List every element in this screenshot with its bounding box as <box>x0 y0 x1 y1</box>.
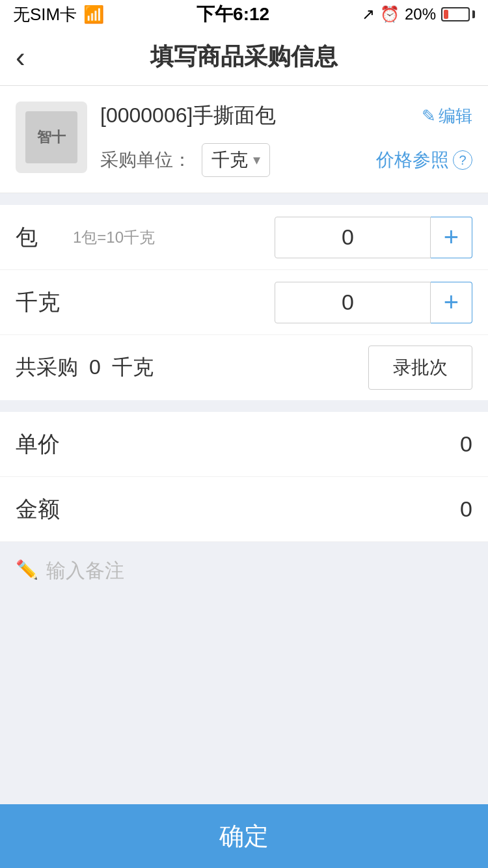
product-image: 智十 <box>16 102 87 173</box>
confirm-label: 确定 <box>219 820 269 853</box>
product-name: [0000006]手撕面包 <box>100 102 276 130</box>
product-logo: 智十 <box>25 111 77 163</box>
section-divider-1 <box>0 193 488 205</box>
product-card: 智十 [0000006]手撕面包 ✎ 编辑 采购单位： 千克 ▾ 价格参照 ? <box>0 86 488 193</box>
input-section: 包 1包=10千克 + 千克 + 共采购 0 千克 录批次 <box>0 205 488 400</box>
unit-dropdown[interactable]: 千克 ▾ <box>202 143 270 177</box>
kg-input-right: + <box>275 282 472 323</box>
notes-area[interactable]: ✏️ 输入备注 <box>0 542 488 614</box>
bag-label: 包 <box>16 223 68 252</box>
logo-text: 智十 <box>37 128 66 147</box>
bag-quantity-input[interactable] <box>275 217 431 258</box>
unit-value: 千克 <box>211 148 248 172</box>
pencil-icon: ✏️ <box>16 559 38 580</box>
summary-row: 共采购 0 千克 录批次 <box>0 335 488 400</box>
price-ref-button[interactable]: 价格参照 ? <box>376 148 472 172</box>
info-icon: ? <box>453 150 472 170</box>
amount-value: 0 <box>460 496 472 522</box>
page-title: 填写商品采购信息 <box>150 41 338 73</box>
dropdown-arrow-icon: ▾ <box>253 152 260 169</box>
notes-placeholder: 输入备注 <box>46 558 124 584</box>
product-title-row: [0000006]手撕面包 ✎ 编辑 <box>100 102 472 130</box>
battery-icon <box>441 7 475 21</box>
location-icon: ↗ <box>362 5 375 23</box>
summary-text: 共采购 0 千克 <box>16 353 154 382</box>
summary-amount: 0 <box>89 355 101 379</box>
wifi-icon: 📶 <box>83 5 104 25</box>
battery-label: 20% <box>405 5 436 23</box>
price-ref-label: 价格参照 <box>376 148 449 172</box>
product-info: [0000006]手撕面包 ✎ 编辑 采购单位： 千克 ▾ 价格参照 ? <box>100 102 472 177</box>
kg-plus-button[interactable]: + <box>431 282 472 323</box>
alarm-icon: ⏰ <box>380 5 400 23</box>
carrier-label: 无SIM卡 <box>13 3 77 26</box>
unit-label: 采购单位： <box>100 148 191 172</box>
summary-unit: 千克 <box>112 355 154 379</box>
back-button[interactable]: ‹ <box>16 43 25 72</box>
unit-price-label: 单价 <box>16 429 60 459</box>
price-section: 单价 0 金额 0 <box>0 412 488 542</box>
kg-label: 千克 <box>16 288 68 318</box>
edit-icon: ✎ <box>422 106 436 126</box>
amount-row: 金额 0 <box>0 477 488 542</box>
edit-label: 编辑 <box>439 105 472 128</box>
kg-input-row: 千克 + <box>0 270 488 335</box>
product-unit-row: 采购单位： 千克 ▾ 价格参照 ? <box>100 143 472 177</box>
record-batch-button[interactable]: 录批次 <box>368 346 472 390</box>
amount-label: 金额 <box>16 495 60 524</box>
unit-price-value: 0 <box>460 431 472 457</box>
unit-price-row: 单价 0 <box>0 412 488 477</box>
time-label: 下午6:12 <box>197 2 269 27</box>
status-right: ↗ ⏰ 20% <box>362 5 475 23</box>
status-bar: 无SIM卡 📶 下午6:12 ↗ ⏰ 20% <box>0 0 488 29</box>
edit-button[interactable]: ✎ 编辑 <box>422 105 472 128</box>
bag-sub-label: 1包=10千克 <box>73 227 155 248</box>
bag-plus-button[interactable]: + <box>431 217 472 258</box>
header: ‹ 填写商品采购信息 <box>0 29 488 86</box>
confirm-button[interactable]: 确定 <box>0 804 488 868</box>
status-left: 无SIM卡 📶 <box>13 3 104 26</box>
summary-prefix: 共采购 <box>16 355 78 379</box>
section-divider-2 <box>0 400 488 412</box>
kg-quantity-input[interactable] <box>275 282 431 323</box>
bag-input-row: 包 1包=10千克 + <box>0 205 488 270</box>
bag-input-right: + <box>275 217 472 258</box>
